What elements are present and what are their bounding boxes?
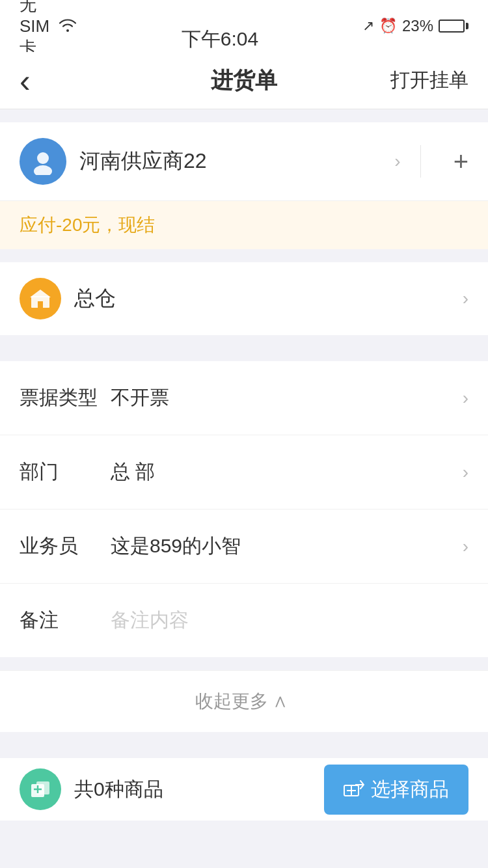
status-time: 下午6:04 [182,26,258,53]
svg-point-1 [34,165,52,175]
form-section: 票据类型 不开票 › 部门 总 部 › 业务员 这是859的小智 › 备注 备注… [0,361,488,657]
form-row-salesperson[interactable]: 业务员 这是859的小智 › [0,509,488,584]
form-row-ticket-type[interactable]: 票据类型 不开票 › [0,361,488,435]
nav-bar: ‹ 进货单 打开挂单 [0,52,488,109]
status-right: ↗ ⏰ 23% [362,17,468,35]
department-value: 总 部 [111,459,463,485]
warehouse-chevron-icon: › [463,288,468,309]
status-bar: 无SIM卡 下午6:04 ↗ ⏰ 23% [0,0,488,52]
remark-input[interactable]: 备注内容 [111,607,468,634]
section-gap-2 [0,249,488,262]
section-gap-1 [0,109,488,122]
collapse-bar[interactable]: 收起更多 ∧ [0,670,488,732]
warehouse-icon [20,278,61,319]
page-title: 进货单 [211,66,277,96]
gray-fill-area [0,821,488,868]
supplier-divider [420,145,421,178]
salesperson-value: 这是859的小智 [111,533,463,560]
select-product-label: 选择商品 [371,776,449,803]
wifi-icon [58,16,77,36]
section-gap-3 [0,335,488,348]
ticket-type-chevron-icon: › [463,388,468,409]
add-supplier-button[interactable]: + [454,147,468,176]
section-gap-4 [0,732,488,745]
salesperson-chevron-icon: › [463,536,468,557]
form-row-department[interactable]: 部门 总 部 › [0,435,488,509]
select-product-button[interactable]: 选择商品 [324,765,468,815]
svg-marker-3 [30,290,51,297]
open-pending-button[interactable]: 打开挂单 [390,67,468,94]
alarm-icon: ⏰ [379,18,397,34]
supplier-name: 河南供应商22 [79,147,394,176]
bottom-section: 共0种商品 选择商品 [0,758,488,821]
warehouse-name: 总仓 [74,284,463,313]
form-row-remark[interactable]: 备注 备注内容 [0,584,488,657]
ticket-type-label: 票据类型 [20,385,111,411]
department-chevron-icon: › [463,462,468,483]
carrier-label: 无SIM卡 [20,0,50,59]
back-button[interactable]: ‹ [20,62,31,100]
supplier-row[interactable]: 河南供应商22 › + [0,122,488,201]
battery-label: 23% [402,17,433,35]
svg-point-0 [37,152,49,164]
ticket-type-value: 不开票 [111,385,463,411]
supplier-avatar [20,138,66,185]
notice-text: 应付-20元，现结 [20,215,155,235]
department-label: 部门 [20,459,111,485]
warehouse-row[interactable]: 总仓 › [0,262,488,335]
product-count-label: 共0种商品 [74,776,324,803]
svg-rect-4 [38,301,43,308]
battery-icon [439,20,468,33]
status-left: 无SIM卡 [20,0,77,59]
product-icon [20,768,61,810]
notice-bar: 应付-20元，现结 [0,201,488,249]
supplier-chevron-icon: › [394,151,400,172]
supplier-section: 河南供应商22 › + 应付-20元，现结 [0,122,488,249]
location-icon: ↗ [362,18,374,34]
collapse-label: 收起更多 ∧ [195,689,288,714]
warehouse-section: 总仓 › [0,262,488,335]
salesperson-label: 业务员 [20,533,111,560]
remark-label: 备注 [20,607,111,634]
